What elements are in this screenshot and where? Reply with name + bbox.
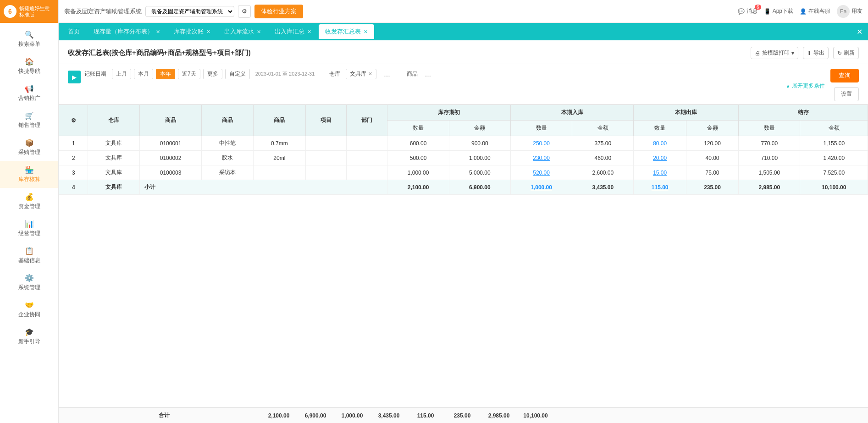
footer-in-qty: 1,000.00 (334, 412, 370, 419)
sidebar-item-finance[interactable]: 💰资金管理 (0, 188, 58, 215)
sidebar-item-enterprise[interactable]: 🤝企业协同 (0, 296, 58, 323)
tab-collect-summary[interactable]: 收发存汇总表✕ (319, 24, 374, 39)
cell-close-amt: 7,525.00 (800, 165, 868, 180)
service-icon: 👤 (800, 8, 807, 15)
cell-product-code: 0100003 (140, 165, 201, 180)
cell-open-amt: 5,000.00 (449, 165, 510, 180)
sidebar-item-search[interactable]: 🔍搜索菜单 (0, 26, 58, 53)
expand-conditions-btn[interactable]: ∨ 展开更多条件 (786, 82, 825, 90)
cell-out-amt: 120.00 (686, 136, 738, 151)
subtotal-label: 小计 (140, 180, 387, 195)
sidebar-item-label: 营销推广 (18, 94, 40, 102)
system-select[interactable]: 装备及固定资产辅助管理系统 (145, 6, 234, 17)
app-download-btn[interactable]: 📱 App下载 (764, 7, 793, 15)
subtotal-out-amt: 235.00 (686, 180, 738, 195)
page-content: 收发存汇总表(按仓库+商品编码+商品+规格型号+项目+部门) 🖨 按模版打印 ▾… (59, 40, 868, 423)
cell-product-name: 胶水 (201, 151, 253, 165)
tab-label: 出入库流水 (224, 27, 254, 36)
subtotal-out-qty[interactable]: 115.00 (634, 180, 686, 195)
cell-out-qty[interactable]: 80.00 (634, 136, 686, 151)
filter-toggle-btn[interactable]: ▶ (68, 71, 81, 83)
topbar-settings-btn[interactable]: ⚙ (238, 5, 251, 18)
online-service-btn[interactable]: 👤 在线客服 (800, 7, 830, 15)
tab-batch[interactable]: 库存批次账✕ (167, 24, 217, 39)
th-settings[interactable]: ⚙ (59, 105, 88, 136)
warehouse-tag[interactable]: 文具库 ✕ (346, 69, 376, 79)
filter-settings-btn[interactable]: 设置 (834, 87, 859, 101)
sidebar-item-label: 搜索菜单 (18, 40, 40, 48)
page-inner: 收发存汇总表(按仓库+商品编码+商品+规格型号+项目+部门) 🖨 按模版打印 ▾… (59, 40, 868, 423)
tab-close-batch[interactable]: ✕ (206, 29, 210, 34)
th-warehouse: 仓库 (88, 105, 140, 136)
date-btn-上月[interactable]: 上月 (112, 69, 131, 79)
sidebar-item-sales[interactable]: 🛒销售管理 (0, 107, 58, 134)
table-wrap: ⚙ 仓库 商品 商品 商品 项目 部门 库存期初 本期入库 本期出库 结存 (59, 104, 868, 222)
table-header-row-1: ⚙ 仓库 商品 商品 商品 项目 部门 库存期初 本期入库 本期出库 结存 (59, 105, 868, 121)
user-avatar: Ea (837, 5, 850, 18)
message-btn[interactable]: 💬 消息 6 (738, 7, 757, 15)
cell-in-qty[interactable]: 520.00 (510, 165, 572, 180)
user-btn[interactable]: Ea 用友 (837, 5, 862, 18)
sidebar-item-system[interactable]: ⚙️系统管理 (0, 269, 58, 296)
date-btn-本年[interactable]: 本年 (156, 69, 175, 79)
newbie-icon: 🎓 (25, 328, 34, 336)
print-btn[interactable]: 🖨 按模版打印 ▾ (751, 47, 798, 59)
print-icon: 🖨 (755, 50, 760, 56)
sidebar-item-purchase[interactable]: 📦采购管理 (0, 134, 58, 161)
refresh-btn[interactable]: ↻ 刷新 (833, 47, 859, 59)
sidebar-item-label: 企业协同 (18, 311, 40, 319)
cell-open-qty: 500.00 (387, 151, 449, 165)
cell-department (347, 165, 387, 180)
sidebar-item-newbie[interactable]: 🎓新手引导 (0, 323, 58, 350)
cell-project (306, 151, 347, 165)
tab-close-collect-summary[interactable]: ✕ (364, 29, 368, 34)
quicknav-icon: 🏠 (25, 57, 34, 66)
sidebar-item-basic[interactable]: 📋基础信息 (0, 242, 58, 269)
th-close-qty: 数量 (739, 121, 800, 136)
cell-in-qty[interactable]: 250.00 (510, 136, 572, 151)
tab-label: 首页 (68, 27, 80, 36)
experience-btn[interactable]: 体验行业方案 (254, 5, 303, 18)
tab-label: 现存量（库存分布表） (94, 27, 153, 36)
warehouse-more-btn[interactable]: ... (382, 70, 392, 78)
sidebar-item-marketing[interactable]: 📢营销推广 (0, 80, 58, 107)
system-icon: ⚙️ (25, 274, 34, 282)
tab-inventory-dist[interactable]: 现存量（库存分布表）✕ (87, 24, 166, 39)
topbar-left: 装备及固定资产辅助管理系统 装备及固定资产辅助管理系统 ⚙ 体验行业方案 (64, 5, 303, 18)
tab-inout-summary[interactable]: 出入库汇总✕ (268, 24, 318, 39)
product-more-btn[interactable]: ... (423, 70, 433, 78)
topbar-system-title: 装备及固定资产辅助管理系统 (64, 7, 142, 16)
query-btn[interactable]: 查询 (830, 69, 859, 82)
tab-close-inventory-dist[interactable]: ✕ (156, 29, 160, 34)
sidebar-item-label: 采购管理 (18, 148, 40, 156)
date-btn-更多[interactable]: 更多 (203, 69, 222, 79)
date-btn-自定义[interactable]: 自定义 (225, 69, 250, 79)
sidebar-item-inventory[interactable]: 🏪库存核算 (0, 161, 58, 188)
th-in-amt: 金额 (572, 121, 634, 136)
tab-close-inout-summary[interactable]: ✕ (307, 29, 311, 34)
tab-inout-flow[interactable]: 出入库流水✕ (218, 24, 267, 39)
sidebar-item-quicknav[interactable]: 🏠快捷导航 (0, 53, 58, 80)
table-row: 3 文具库 0100003 采访本 1,000.00 5,000.00 520.… (59, 165, 868, 180)
tab-home[interactable]: 首页 (61, 24, 86, 39)
th-project: 项目 (306, 105, 347, 136)
logo-text: 畅捷通好生意 标准版 (19, 5, 50, 18)
cell-open-amt: 900.00 (449, 136, 510, 151)
th-out-qty: 数量 (634, 121, 686, 136)
cell-no: 3 (59, 165, 88, 180)
sidebar-item-label: 资金管理 (18, 203, 40, 210)
basic-icon: 📋 (25, 247, 34, 255)
warehouse-tag-close[interactable]: ✕ (368, 71, 372, 77)
cell-out-qty[interactable]: 15.00 (634, 165, 686, 180)
date-btn-近7天[interactable]: 近7天 (178, 69, 200, 79)
export-btn[interactable]: ⬆ 导出 (803, 47, 829, 59)
th-period-in: 本期入库 (510, 105, 634, 121)
date-btn-本月[interactable]: 本月 (134, 69, 153, 79)
subtotal-in-qty[interactable]: 1,000.00 (510, 180, 572, 195)
cell-in-qty[interactable]: 230.00 (510, 151, 572, 165)
cell-project (306, 165, 347, 180)
cell-out-qty[interactable]: 20.00 (634, 151, 686, 165)
tab-close-inout-flow[interactable]: ✕ (257, 29, 261, 34)
sidebar-item-business[interactable]: 📊经营管理 (0, 215, 58, 242)
tabbar-close-btn[interactable]: ✕ (854, 27, 865, 36)
